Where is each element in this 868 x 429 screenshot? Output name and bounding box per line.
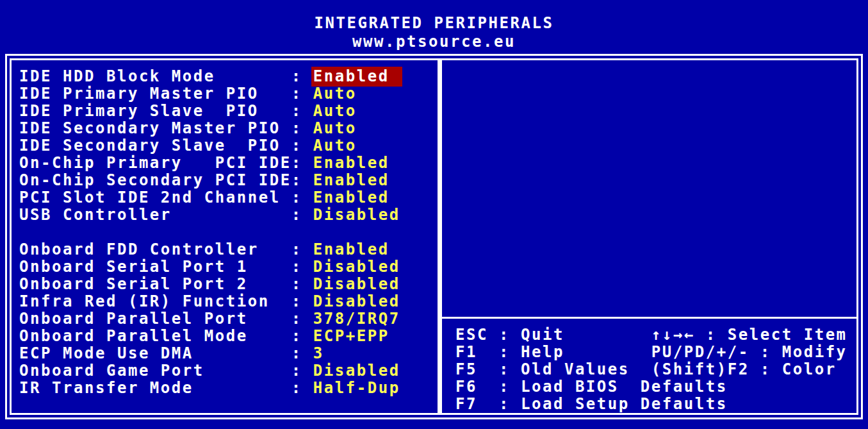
setting-label: Onboard Parallel Port : (19, 310, 313, 328)
setting-value: Enabled (313, 171, 389, 189)
setting-value: Auto (313, 102, 357, 120)
setting-row[interactable]: On-Chip Primary PCI IDE: Enabled (19, 155, 389, 171)
setting-value: 378/IRQ7 (313, 310, 400, 328)
setting-value: Half-Dup (313, 379, 400, 397)
setting-row[interactable]: Onboard Game Port : Disabled (19, 363, 400, 379)
setting-row[interactable]: Onboard Serial Port 1 : Disabled (19, 259, 400, 275)
panel-divider-vertical (438, 60, 442, 414)
help-key-line: F1 : Help PU/PD/+/- : Modify (455, 344, 848, 360)
page-subtitle: www.ptsource.eu (0, 34, 868, 50)
help-key-line: F5 : Old Values (Shift)F2 : Color (455, 362, 837, 378)
setting-value-selected: Enabled (311, 67, 402, 87)
item-help-area (442, 60, 856, 317)
setting-label: Onboard Parallel Mode : (19, 327, 313, 345)
setting-row[interactable]: On-Chip Secondary PCI IDE: Enabled (19, 172, 389, 189)
setting-row[interactable]: Onboard FDD Controller : Enabled (19, 242, 389, 258)
panel-divider-horizontal (442, 317, 856, 319)
setting-value: Auto (313, 85, 357, 103)
setting-row-selected[interactable]: IDE HDD Block Mode : Enabled (19, 69, 402, 85)
setting-label: On-Chip Primary PCI IDE: (19, 154, 313, 172)
setting-row[interactable]: IDE Secondary Slave PIO : Auto (19, 138, 357, 154)
setting-label: ECP Mode Use DMA : (19, 344, 313, 362)
setting-label: Infra Red (IR) Function : (19, 292, 313, 310)
setting-row[interactable]: PCI Slot IDE 2nd Channel : Enabled (19, 190, 389, 206)
setting-value: Disabled (313, 362, 400, 380)
setting-row[interactable]: IDE Primary Master PIO : Auto (19, 86, 357, 102)
setting-value: Disabled (313, 275, 400, 293)
setting-label: On-Chip Secondary PCI IDE: (19, 171, 313, 189)
setting-label: IR Transfer Mode : (19, 379, 313, 397)
bios-screen: INTEGRATED PERIPHERALS www.ptsource.eu I… (0, 0, 868, 429)
setting-row[interactable]: Infra Red (IR) Function : Disabled (19, 294, 400, 310)
setting-label: IDE HDD Block Mode : (19, 67, 313, 85)
setting-label: Onboard Game Port : (19, 362, 313, 380)
help-key-line: ESC : Quit ↑↓→← : Select Item (455, 327, 848, 343)
setting-value: Enabled (313, 189, 389, 206)
help-key-line: F7 : Load Setup Defaults (455, 396, 728, 412)
setting-row[interactable]: IDE Secondary Master PIO : Auto (19, 121, 357, 137)
setting-label: IDE Secondary Master PIO : (19, 119, 313, 137)
setting-value: ECP+EPP (313, 327, 389, 345)
setting-value: Auto (313, 137, 357, 155)
setting-label: USB Controller : (19, 206, 313, 224)
setting-label: IDE Primary Master PIO : (19, 85, 313, 103)
setting-row[interactable]: Onboard Parallel Port : 378/IRQ7 (19, 311, 400, 327)
setting-label: Onboard Serial Port 1 : (19, 258, 313, 276)
setting-value: Disabled (313, 292, 400, 310)
setting-value: Auto (313, 119, 357, 137)
setting-value: 3 (313, 344, 324, 362)
setting-row[interactable]: ECP Mode Use DMA : 3 (19, 346, 324, 362)
setting-label: IDE Primary Slave PIO : (19, 102, 313, 120)
setting-row[interactable]: Onboard Parallel Mode : ECP+EPP (19, 328, 389, 344)
setting-label: Onboard FDD Controller : (19, 240, 313, 258)
setting-row[interactable]: USB Controller : Disabled (19, 207, 400, 223)
setting-value: Disabled (313, 206, 400, 224)
setting-value: Enabled (313, 154, 389, 172)
help-key-line: F6 : Load BIOS Defaults (455, 379, 728, 395)
setting-value: Enabled (313, 240, 389, 258)
setting-value: Disabled (313, 258, 400, 276)
setting-row[interactable]: IDE Primary Slave PIO : Auto (19, 103, 357, 119)
page-title: INTEGRATED PERIPHERALS (0, 15, 868, 31)
setting-label: PCI Slot IDE 2nd Channel : (19, 189, 313, 206)
setting-row[interactable]: IR Transfer Mode : Half-Dup (19, 380, 400, 396)
setting-label: Onboard Serial Port 2 : (19, 275, 313, 293)
setting-label: IDE Secondary Slave PIO : (19, 137, 313, 155)
setting-row[interactable]: Onboard Serial Port 2 : Disabled (19, 276, 400, 292)
